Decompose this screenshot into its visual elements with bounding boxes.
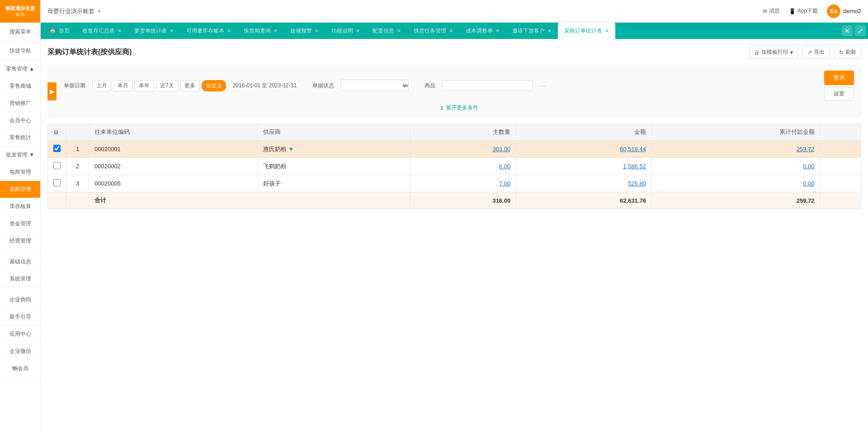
tab-close-invite-downstream[interactable]: ✕: [547, 28, 552, 34]
sidebar-item-retail-stat[interactable]: 零售统计: [0, 129, 40, 147]
settings-icon[interactable]: ⚙: [53, 129, 59, 136]
sidebar-item-batch-mgmt[interactable]: 批发管理 ▼: [0, 147, 40, 164]
refresh-button[interactable]: ↻ 刷新: [834, 46, 861, 59]
app-logo[interactable]: 畅捷通好生意 标版: [0, 0, 40, 23]
sidebar-item-basic-info[interactable]: 基础信息: [0, 253, 40, 271]
row-2-amount[interactable]: 1,586.52: [516, 158, 652, 175]
goods-input[interactable]: [442, 80, 533, 91]
date-last-month-btn[interactable]: 上月: [92, 80, 111, 91]
tab-close-overstock[interactable]: ✕: [315, 28, 319, 34]
tab-picking-task[interactable]: 拣货任务管理 ✕: [407, 23, 459, 39]
topbar-dropdown-arrow[interactable]: ▾: [98, 8, 101, 14]
search-menu[interactable]: 搜索菜单: [2, 25, 38, 38]
topbar-user[interactable]: Ea demo2: [827, 5, 861, 18]
tab-close-function-desc[interactable]: ✕: [356, 28, 360, 34]
row-1-amount[interactable]: 60,519.44: [516, 141, 652, 158]
footer-paid-amount: 259.72: [651, 192, 820, 209]
tab-purchase-order-stat[interactable]: 采购订单统计表 ✕: [558, 23, 615, 39]
sidebar-item-inventory[interactable]: 库存核算: [0, 198, 40, 215]
date-7days-btn[interactable]: 近7天: [156, 80, 178, 91]
row-3-checkbox[interactable]: [48, 175, 66, 192]
row-2-checkbox[interactable]: [48, 158, 66, 175]
sidebar-item-retail-mgmt[interactable]: 零售管理 ▲: [0, 61, 40, 78]
tab-config-info[interactable]: 配置信息 ✕: [366, 23, 407, 39]
tab-purchase-stat[interactable]: 要货单统计表 ✕: [128, 23, 180, 39]
checkbox-1[interactable]: [53, 145, 61, 152]
tab-close-picking-task[interactable]: ✕: [449, 28, 453, 34]
row-1-extra: [820, 141, 861, 158]
tab-collect-summary[interactable]: 收发存汇总表 ✕: [76, 23, 128, 39]
tab-home[interactable]: 🏠 首页: [43, 23, 76, 39]
row-2-paid-amount[interactable]: 0.00: [651, 158, 820, 175]
tab-expiry[interactable]: 保质期查询 ✕: [237, 23, 284, 39]
row-2-quantity[interactable]: 6.00: [410, 158, 516, 175]
status-label: 单据状态: [312, 82, 334, 90]
tab-close-purchase-stat[interactable]: ✕: [170, 28, 174, 34]
tab-cost-adjust[interactable]: 成本调整单 ✕: [459, 23, 506, 39]
row-1-quantity[interactable]: 303.00: [410, 141, 516, 158]
row-3-amount[interactable]: 525.80: [516, 175, 652, 192]
date-this-month-btn[interactable]: 本月: [113, 80, 132, 91]
page-header: 采购订单统计表(按供应商) 🖨 按模板打印 ▾ ↗ 导出 ↻ 刷新: [47, 46, 861, 59]
tab-close-config-info[interactable]: ✕: [397, 28, 401, 34]
tab-close-available-stock[interactable]: ✕: [227, 28, 231, 34]
topbar-right: ✉ 消息 📱 App下载 Ea demo2: [763, 5, 861, 18]
tab-close-all-btn[interactable]: ✕: [842, 25, 853, 36]
tab-overstock[interactable]: 超储预警 ✕: [284, 23, 325, 39]
sidebar-item-operation[interactable]: 经营管理: [0, 233, 40, 250]
goods-more-icon[interactable]: ···: [539, 82, 547, 89]
sidebar-nav: 零售管理 ▲ 零售商城 营销推广 会员中心 零售统计 批发管理 ▼ 电商管理 采…: [0, 61, 40, 433]
sidebar-item-finance[interactable]: 资金管理: [0, 215, 40, 233]
topbar-app-download[interactable]: 📱 App下载: [789, 7, 818, 15]
date-more-btn[interactable]: 更多: [180, 80, 199, 91]
row-1-expand-icon[interactable]: ▼: [288, 146, 294, 152]
expand-down-icon: ⊻: [440, 105, 444, 111]
topbar-messages[interactable]: ✉ 消息: [763, 7, 780, 15]
tab-close-cost-adjust[interactable]: ✕: [495, 28, 500, 34]
tab-available-stock-label: 可用量库存账本: [186, 27, 224, 35]
row-1-paid-amount[interactable]: 259.72: [651, 141, 820, 158]
filter-toggle-btn[interactable]: ▶: [47, 82, 57, 100]
tab-close-expiry[interactable]: ✕: [274, 28, 278, 34]
checkbox-3[interactable]: [53, 179, 61, 186]
sidebar-item-ecommerce[interactable]: 电商管理: [0, 164, 40, 181]
status-select[interactable]: [341, 80, 409, 91]
footer-empty-1: [48, 192, 66, 209]
sidebar-item-retail-shop[interactable]: 零售商城: [0, 78, 40, 95]
export-button[interactable]: ↗ 导出: [802, 46, 830, 59]
tab-available-stock[interactable]: 可用量库存账本 ✕: [180, 23, 237, 39]
sidebar-item-app-center[interactable]: 应用中心: [0, 326, 40, 343]
query-button[interactable]: 查询: [824, 71, 854, 85]
row-3-paid-amount[interactable]: 0.00: [651, 175, 820, 192]
checkbox-2[interactable]: [53, 162, 61, 169]
date-this-year-btn[interactable]: 本年: [135, 80, 154, 91]
query-btn-group: 查询 设置: [824, 71, 854, 100]
export-label: 导出: [814, 48, 825, 56]
tab-maximize-btn[interactable]: ⤢: [855, 25, 866, 36]
date-custom-badge: 自定义: [202, 80, 226, 91]
sidebar-item-marketing[interactable]: 营销推广: [0, 95, 40, 112]
tab-cost-adjust-label: 成本调整单: [466, 27, 493, 35]
quick-nav[interactable]: 快捷导航: [2, 44, 38, 57]
sidebar-item-member[interactable]: 会员中心: [0, 112, 40, 129]
tab-invite-downstream[interactable]: 邀请下游客户 ✕: [506, 23, 558, 39]
sidebar-item-wechat[interactable]: 企业微信: [0, 343, 40, 360]
filter-row-main: 单据日期 上月 本月 本年 近7天 更多 自定义 2016-01-01 至 20…: [64, 71, 854, 100]
sidebar-item-enterprise[interactable]: 企业协同: [0, 291, 40, 309]
message-label: 消息: [769, 7, 780, 15]
sidebar-item-system[interactable]: 系统管理: [0, 271, 40, 288]
message-icon: ✉: [763, 8, 767, 14]
row-1-checkbox[interactable]: [48, 141, 66, 158]
sidebar-item-newbie[interactable]: 新手引导: [0, 309, 40, 326]
tab-close-collect-summary[interactable]: ✕: [118, 28, 122, 34]
tab-purchase-stat-label: 要货单统计表: [134, 27, 167, 35]
tab-function-desc[interactable]: 功能说明 ✕: [325, 23, 366, 39]
date-range-display: 2016-01-01 至 2023-12-31: [233, 82, 297, 90]
tab-close-purchase-order-stat[interactable]: ✕: [605, 28, 609, 34]
sidebar-item-purchase-mgmt[interactable]: 采购管理: [0, 181, 40, 198]
print-button[interactable]: 🖨 按模板打印 ▾: [749, 46, 798, 59]
expand-more-btn[interactable]: ⊻ 展开更多条件: [440, 104, 478, 112]
row-3-quantity[interactable]: 7.00: [410, 175, 516, 192]
settings-button[interactable]: 设置: [824, 87, 854, 100]
sidebar-item-vip[interactable]: 畅会员: [0, 360, 40, 377]
